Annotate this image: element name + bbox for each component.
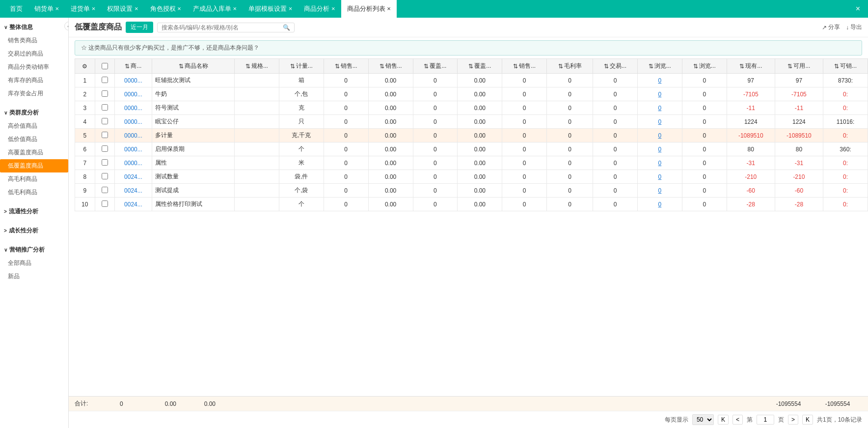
row-name: 测试提成 <box>152 184 235 198</box>
row-sales3: 0 <box>502 143 547 156</box>
th-sales3[interactable]: ⇅销售... <box>502 59 547 74</box>
row-browse1[interactable]: 0 <box>637 74 682 87</box>
sidebar-item-high-margin[interactable]: 高毛利商品 <box>0 172 68 186</box>
th-stock2[interactable]: ⇅可用... <box>775 59 823 74</box>
row-checkbox[interactable] <box>95 156 114 170</box>
nav-sales[interactable]: 销货单 × <box>28 0 65 18</box>
sidebar-section-marketing-title[interactable]: ∨ 营销推广分析 <box>0 243 68 257</box>
export-button[interactable]: ↓ 导出 <box>846 23 862 31</box>
sidebar-item-stocked-goods[interactable]: 有库存的商品 <box>0 74 68 87</box>
share-button[interactable]: ↗ 分享 <box>822 23 840 31</box>
row-browse1[interactable]: 0 <box>637 115 682 129</box>
sidebar-item-high-coverage[interactable]: 高覆盖度商品 <box>0 146 68 159</box>
th-gross[interactable]: ⇅毛利率 <box>547 59 593 74</box>
row-check[interactable] <box>102 118 108 124</box>
th-cover2[interactable]: ⇅覆盖... <box>458 59 502 74</box>
row-browse1[interactable]: 0 <box>637 184 682 198</box>
table-container[interactable]: ⚙ ⇅商... ⇅商品名称 ⇅规格... ⇅计量... ⇅销售... ⇅销售..… <box>69 58 868 396</box>
table-row: 2 0000... 牛奶 个,包 0 0.00 0 0.00 0 0 0 0 0… <box>75 87 868 101</box>
sidebar-item-low-coverage[interactable]: 低覆盖度商品 <box>0 159 68 172</box>
row-check[interactable] <box>102 104 108 111</box>
row-sales-amt: 0.00 <box>368 156 413 170</box>
row-code: 0000... <box>114 115 152 129</box>
th-stock1[interactable]: ⇅现有... <box>727 59 775 74</box>
row-stock1: -210 <box>727 170 775 184</box>
th-spec[interactable]: ⇅规格... <box>235 59 279 74</box>
row-check[interactable] <box>102 145 108 152</box>
sidebar-item-low-value[interactable]: 低价值商品 <box>0 133 68 146</box>
sidebar-item-all-goods[interactable]: 全部商品 <box>0 257 68 270</box>
row-checkbox[interactable] <box>95 184 114 198</box>
sidebar-section-growth-title[interactable]: > 成长性分析 <box>0 224 68 237</box>
row-check[interactable] <box>102 173 108 179</box>
th-checkbox[interactable] <box>95 59 114 74</box>
row-checkbox[interactable] <box>95 143 114 156</box>
page-number-input[interactable] <box>757 415 774 425</box>
row-checkbox[interactable] <box>95 198 114 211</box>
select-all-checkbox[interactable] <box>102 63 108 69</box>
sidebar-item-traded-goods[interactable]: 交易过的商品 <box>0 47 68 60</box>
row-check[interactable] <box>102 187 108 193</box>
sidebar-item-high-value[interactable]: 高价值商品 <box>0 119 68 133</box>
th-sellable[interactable]: ⇅可销... <box>823 59 868 74</box>
row-checkbox[interactable] <box>95 170 114 184</box>
sidebar-section-overall-title[interactable]: ∨ 整体信息 <box>0 21 68 34</box>
th-browse1[interactable]: ⇅浏览... <box>637 59 682 74</box>
settings-icon[interactable]: ⚙ <box>82 63 87 70</box>
th-settings[interactable]: ⚙ <box>75 59 95 74</box>
sidebar-section-circulation-title[interactable]: > 流通性分析 <box>0 205 68 218</box>
close-button[interactable]: × <box>852 4 864 13</box>
th-name[interactable]: ⇅商品名称 <box>152 59 235 74</box>
th-code-label: 商... <box>131 62 141 70</box>
row-browse1[interactable]: 0 <box>637 143 682 156</box>
row-browse1[interactable]: 0 <box>637 170 682 184</box>
th-browse2[interactable]: ⇅浏览... <box>682 59 727 74</box>
nav-home[interactable]: 首页 <box>4 0 28 18</box>
sidebar-item-sales-goods[interactable]: 销售类商品 <box>0 34 68 47</box>
row-browse1[interactable]: 0 <box>637 129 682 143</box>
nav-analysis-list[interactable]: 商品分析列表 × <box>341 0 397 18</box>
row-browse1[interactable]: 0 <box>637 156 682 170</box>
row-browse1[interactable]: 0 <box>637 101 682 115</box>
time-filter-button[interactable]: 近一月 <box>126 22 153 33</box>
nav-product-in[interactable]: 产成品入库单 × <box>187 0 243 18</box>
row-checkbox[interactable] <box>95 87 114 101</box>
sidebar-item-low-margin[interactable]: 低毛利商品 <box>0 186 68 199</box>
row-check[interactable] <box>102 200 108 207</box>
row-browse1[interactable]: 0 <box>637 198 682 211</box>
nav-permission[interactable]: 权限设置 × <box>101 0 144 18</box>
next-page-button[interactable]: > <box>788 415 798 425</box>
th-unit[interactable]: ⇅计量... <box>279 59 324 74</box>
row-check[interactable] <box>102 90 108 97</box>
row-checkbox[interactable] <box>95 74 114 87</box>
prev-page-button[interactable]: < <box>732 415 743 425</box>
last-page-button[interactable]: K <box>802 415 813 425</box>
nav-analysis[interactable]: 商品分析 × <box>298 0 341 18</box>
nav-role[interactable]: 角色授权 × <box>144 0 187 18</box>
th-sales-amt[interactable]: ⇅销售... <box>368 59 413 74</box>
row-browse1[interactable]: 0 <box>637 87 682 101</box>
th-code[interactable]: ⇅商... <box>114 59 152 74</box>
row-checkbox[interactable] <box>95 101 114 115</box>
page-title: 低覆盖度商品 <box>75 22 122 32</box>
search-icon[interactable]: 🔍 <box>283 24 290 31</box>
row-checkbox[interactable] <box>95 115 114 129</box>
per-page-select[interactable]: 50 <box>692 414 714 425</box>
sidebar-item-new-goods[interactable]: 新品 <box>0 270 68 283</box>
row-checkbox[interactable] <box>95 129 114 143</box>
sidebar-section-cluster-title[interactable]: ∨ 类群度分析 <box>0 106 68 119</box>
first-page-button[interactable]: K <box>718 415 729 425</box>
nav-template[interactable]: 单据模板设置 × <box>243 0 298 18</box>
th-cover1[interactable]: ⇅覆盖... <box>413 59 458 74</box>
th-sales-qty[interactable]: ⇅销售... <box>324 59 368 74</box>
sidebar-item-stock-capital[interactable]: 库存资金占用 <box>0 87 68 100</box>
row-check[interactable] <box>102 77 108 83</box>
th-name-label: 商品名称 <box>185 62 208 70</box>
row-check[interactable] <box>102 132 108 138</box>
row-check[interactable] <box>102 159 108 166</box>
table-header-row: ⚙ ⇅商... ⇅商品名称 ⇅规格... ⇅计量... ⇅销售... ⇅销售..… <box>75 59 868 74</box>
sidebar-item-category-rate[interactable]: 商品分类动销率 <box>0 60 68 74</box>
search-input[interactable] <box>162 24 281 31</box>
nav-purchase[interactable]: 进货单 × <box>65 0 101 18</box>
th-trade[interactable]: ⇅交易... <box>593 59 638 74</box>
